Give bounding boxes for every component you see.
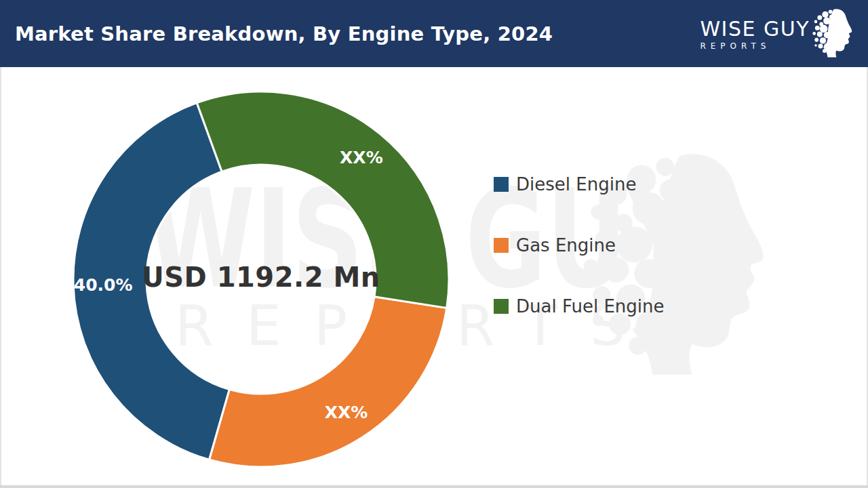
legend-item-diesel-engine: Diesel Engine [494,176,665,193]
logo-wordmark: WISE GUY REPORTS [700,18,810,51]
legend-label-diesel-engine: Diesel Engine [516,176,636,193]
legend-swatch-gas-engine [494,238,509,253]
legend-swatch-dual-fuel-engine [494,299,509,314]
header-bar: Market Share Breakdown, By Engine Type, … [0,0,868,67]
legend-label-gas-engine: Gas Engine [516,237,616,254]
wiseguy-logo: WISE GUY REPORTS [700,4,859,64]
chart-legend: Diesel Engine Gas Engine Dual Fuel Engin… [494,176,665,359]
legend-item-dual-fuel-engine: Dual Fuel Engine [494,298,665,315]
legend-item-gas-engine: Gas Engine [494,237,665,254]
page-title: Market Share Breakdown, By Engine Type, … [0,22,553,45]
logo-wordmark-line1: WISE GUY [700,18,810,40]
donut-chart [0,0,868,488]
legend-label-dual-fuel-engine: Dual Fuel Engine [516,298,665,315]
chart-center-value: USD 1192.2 Mn [142,262,380,293]
bottom-bar [0,485,868,488]
wiseguy-head-icon [811,5,859,62]
slice-gas-engine [210,297,447,467]
left-edge-line [0,67,1,485]
legend-swatch-diesel-engine [494,177,509,192]
report-page: Market Share Breakdown, By Engine Type, … [0,0,868,488]
logo-wordmark-line2: REPORTS [700,41,770,51]
